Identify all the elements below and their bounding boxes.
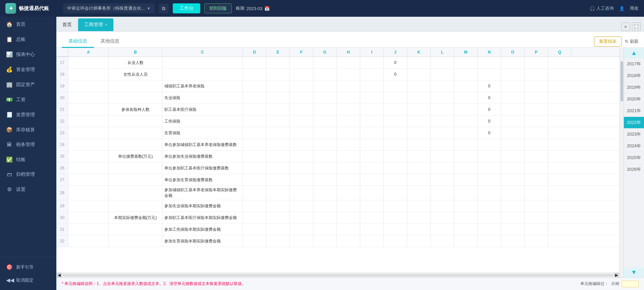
cell-lmn[interactable] <box>454 162 478 174</box>
cell-pq[interactable] <box>501 151 525 162</box>
cell-c-23[interactable]: 生育保险 <box>162 127 243 139</box>
cell-pq[interactable] <box>501 174 525 186</box>
cell-empty[interactable] <box>360 224 384 235</box>
cell-pq[interactable] <box>525 200 548 212</box>
year-item-2025年[interactable]: 2025年 <box>624 152 644 163</box>
cell-empty[interactable] <box>313 139 337 150</box>
cell-empty[interactable] <box>360 104 384 115</box>
cell-empty[interactable] <box>337 139 360 150</box>
cell-lmn[interactable] <box>407 92 431 103</box>
cell-lmn[interactable] <box>407 212 431 223</box>
cell-lmn[interactable] <box>431 80 454 92</box>
cell-a-22[interactable] <box>68 116 109 127</box>
cell-lmn[interactable] <box>454 104 478 115</box>
cell-empty[interactable] <box>337 200 360 212</box>
cell-empty[interactable] <box>313 162 337 174</box>
cell-o-17[interactable] <box>478 57 501 68</box>
cell-o-23[interactable]: 0 <box>478 127 501 139</box>
service-button[interactable]: 🎧 人工咨询 <box>590 5 614 11</box>
cell-lmn[interactable] <box>454 174 478 186</box>
cell-empty[interactable] <box>290 174 313 186</box>
sidebar-item-archive[interactable]: 🗃归档管理 <box>0 167 56 182</box>
cell-c-25[interactable]: 单位参加失业保险缴费基数 <box>162 151 243 162</box>
cell-k-31[interactable] <box>384 224 407 235</box>
cell-empty[interactable] <box>337 80 360 92</box>
cell-lmn[interactable] <box>454 69 478 80</box>
cell-pq[interactable] <box>501 162 525 174</box>
cell-k-26[interactable] <box>384 162 407 174</box>
cell-c-27[interactable]: 单位参加生育保险缴费基数 <box>162 174 243 186</box>
sidebar-item-inventory[interactable]: 📦库存核算 <box>0 122 56 137</box>
cell-empty[interactable] <box>290 200 313 212</box>
cell-empty[interactable] <box>313 174 337 186</box>
cell-b-28[interactable] <box>109 186 162 200</box>
year-item-2026年[interactable]: 2026年 <box>624 163 644 175</box>
cell-o-31[interactable] <box>478 224 501 235</box>
sidebar-item-assets[interactable]: 🏢固定资产 <box>0 77 56 92</box>
cell-empty[interactable] <box>337 104 360 115</box>
cell-k-25[interactable] <box>384 151 407 162</box>
cell-empty[interactable] <box>360 174 384 186</box>
cell-a-31[interactable] <box>68 224 109 235</box>
cell-lmn[interactable] <box>407 200 431 212</box>
cell-empty[interactable] <box>360 57 384 68</box>
cell-lmn[interactable] <box>407 80 431 92</box>
year-up-button[interactable]: ▲ <box>624 48 644 58</box>
cell-empty[interactable] <box>243 92 266 103</box>
cell-empty[interactable] <box>360 235 384 247</box>
cell-pq[interactable] <box>525 212 548 223</box>
cell-o-26[interactable] <box>478 162 501 174</box>
cell-empty[interactable] <box>290 212 313 223</box>
cell-empty[interactable] <box>266 224 290 235</box>
cell-k-23[interactable] <box>384 127 407 139</box>
cell-empty[interactable] <box>337 162 360 174</box>
cell-pq[interactable] <box>501 69 525 80</box>
cell-pq[interactable] <box>501 92 525 103</box>
cell-empty[interactable] <box>313 224 337 235</box>
cell-pq[interactable] <box>501 200 525 212</box>
cell-b-27[interactable] <box>109 174 162 186</box>
cell-pq[interactable] <box>501 235 525 247</box>
cell-o-25[interactable] <box>478 151 501 162</box>
cell-empty[interactable] <box>337 92 360 103</box>
cell-k-27[interactable] <box>384 174 407 186</box>
year-item-2020年[interactable]: 2020年 <box>624 93 644 105</box>
horizontal-scrollbar[interactable]: ◀ ▶ <box>56 273 620 277</box>
cell-empty[interactable] <box>266 162 290 174</box>
cell-empty[interactable] <box>243 104 266 115</box>
cell-empty[interactable] <box>337 235 360 247</box>
inner-tab-other[interactable]: 其他信息 <box>94 35 126 48</box>
tab-home[interactable]: 首页 <box>56 18 78 31</box>
cell-empty[interactable] <box>243 212 266 223</box>
cell-pq[interactable] <box>525 127 548 139</box>
cell-c-18[interactable] <box>162 69 243 80</box>
cell-lmn[interactable] <box>431 224 454 235</box>
cell-empty[interactable] <box>266 139 290 150</box>
cell-empty[interactable] <box>337 151 360 162</box>
cell-b-26[interactable] <box>109 162 162 174</box>
cell-empty[interactable] <box>266 174 290 186</box>
cell-empty[interactable] <box>243 80 266 92</box>
cell-lmn[interactable] <box>407 116 431 127</box>
cell-pq[interactable] <box>501 212 525 223</box>
cell-empty[interactable] <box>290 104 313 115</box>
year-item-2017年[interactable]: 2017年 <box>624 58 644 70</box>
year-item-2018年[interactable]: 2018年 <box>624 70 644 81</box>
cell-empty[interactable] <box>266 116 290 127</box>
cell-empty[interactable] <box>290 224 313 235</box>
cell-c-29[interactable]: 参加失业保险本期实际缴费金额 <box>162 200 243 212</box>
cell-lmn[interactable] <box>454 151 478 162</box>
cell-empty[interactable] <box>360 151 384 162</box>
cell-c-24[interactable]: 单位参加城镇职工基本养老保险缴费基数 <box>162 139 243 150</box>
cell-lmn[interactable] <box>431 200 454 212</box>
cell-empty[interactable] <box>243 139 266 150</box>
cell-lmn[interactable] <box>431 104 454 115</box>
cell-a-27[interactable] <box>68 174 109 186</box>
scroll-left-button[interactable]: ◀ <box>57 273 62 278</box>
cell-lmn[interactable] <box>454 235 478 247</box>
cell-lmn[interactable] <box>431 174 454 186</box>
cell-lmn[interactable] <box>407 57 431 68</box>
sidebar-item-guide[interactable]: 🎯 新手引导 <box>0 261 56 274</box>
cell-lmn[interactable] <box>431 127 454 139</box>
cell-lmn[interactable] <box>454 127 478 139</box>
